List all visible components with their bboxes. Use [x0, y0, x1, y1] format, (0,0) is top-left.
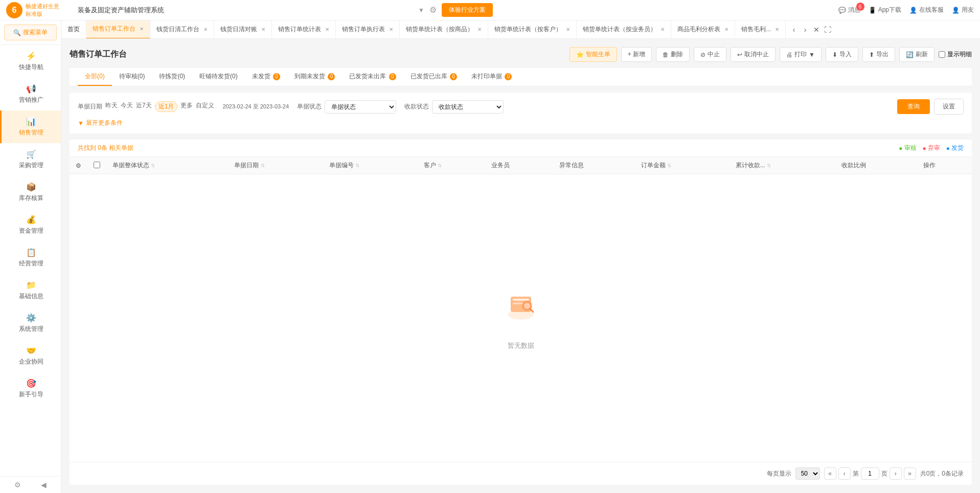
sub-tab-shop-pending[interactable]: 旺铺待发货(0) [192, 68, 245, 86]
tab-close-all-btn[interactable]: ✕ [811, 25, 822, 35]
batch-ship-btn[interactable]: ● 发货 [946, 144, 964, 152]
tab-close-cash-daily[interactable]: ✕ [203, 27, 208, 32]
tab-sales-exec[interactable]: 销售订单执行表 ✕ [336, 20, 400, 39]
page-first-btn[interactable]: « [824, 467, 836, 480]
date-more[interactable]: 更多 [180, 101, 193, 112]
set-btn[interactable]: 设置 [934, 99, 964, 115]
tab-close-sales-stats[interactable]: ✕ [325, 27, 329, 32]
sidebar-item-management[interactable]: 📋 经营管理 [0, 241, 61, 274]
tab-sales-stats[interactable]: 销售订单统计表 ✕ [272, 20, 336, 39]
search-menu-btn[interactable]: 🔍 搜索菜单 [4, 25, 57, 40]
sidebar-item-guide[interactable]: 🎯 新手引导 [0, 372, 61, 405]
sidebar-item-system[interactable]: ⚙️ 系统管理 [0, 307, 61, 340]
settings-icon[interactable]: ⚙ [429, 5, 437, 15]
sidebar-item-enterprise[interactable]: 🤝 企业协同 [0, 340, 61, 372]
sort-number-icon[interactable]: ⇅ [355, 163, 359, 168]
sidebar-item-purchase[interactable]: 🛒 采购管理 [0, 143, 61, 176]
th-customer: 客户 ⇅ [418, 157, 485, 174]
tab-close-sales-gross[interactable]: ✕ [775, 27, 779, 32]
per-page-select[interactable]: 50 [795, 467, 820, 480]
refresh-btn[interactable]: 🔄 刷新 [899, 47, 935, 62]
th-settings[interactable]: ⚙ [70, 157, 87, 174]
tab-close-sales-order[interactable]: ✕ [140, 26, 144, 32]
date-today[interactable]: 今天 [121, 101, 133, 112]
dropdown-icon[interactable]: ▼ [418, 7, 424, 14]
show-detail-label[interactable]: 显示明细 [939, 50, 972, 59]
sort-customer-icon[interactable]: ⇅ [438, 163, 442, 168]
stop-icon: ⊘ [700, 51, 705, 58]
tab-gross-profit[interactable]: 商品毛利分析表 ✕ [671, 20, 735, 39]
th-checkbox[interactable] [87, 157, 106, 174]
smart-create-btn[interactable]: ⭐ 智能生单 [569, 47, 617, 62]
tab-sales-staff[interactable]: 销货单统计表（按业务员） ✕ [577, 20, 671, 39]
tab-close-sales-staff[interactable]: ✕ [660, 27, 665, 32]
sub-tab-pending-pick[interactable]: 待拣货(0) [152, 68, 192, 86]
expand-conditions-btn[interactable]: ▼ 展开更多条件 [78, 119, 964, 127]
status-select[interactable]: 单据状态 [325, 100, 396, 114]
show-detail-checkbox[interactable] [939, 51, 945, 58]
date-7days[interactable]: 近7天 [136, 101, 152, 112]
page-number-input[interactable] [861, 467, 879, 480]
sidebar-item-inventory[interactable]: 📦 库存核算 [0, 176, 61, 209]
tab-close-sales-customer[interactable]: ✕ [566, 27, 570, 32]
batch-audit-btn[interactable]: ● 审核 [899, 144, 916, 152]
payment-select[interactable]: 收款状态 [432, 100, 504, 114]
sub-tab-unshipped[interactable]: 未发货 0 [245, 68, 287, 86]
tab-cash-daily[interactable]: 钱货日清工作台 ✕ [150, 20, 214, 39]
sidebar-collapse-btn[interactable]: ◀ [41, 481, 47, 489]
tab-cash-reconcile[interactable]: 钱货日清对账 ✕ [214, 20, 272, 39]
date-custom[interactable]: 自定义 [196, 101, 214, 112]
sub-tab-unprinted[interactable]: 未打印单据 0 [464, 68, 519, 86]
sort-date-icon[interactable]: ⇅ [261, 163, 265, 168]
tab-sales-gross[interactable]: 销售毛利... ✕ [735, 20, 786, 39]
tab-sales-goods[interactable]: 销货单统计表（按商品） ✕ [400, 20, 488, 39]
sub-tab-pending-review[interactable]: 待审核(0) [112, 68, 152, 86]
date-yesterday[interactable]: 昨天 [105, 101, 118, 112]
tab-prev-btn[interactable]: ‹ [789, 25, 799, 35]
tab-sales-customer[interactable]: 销货单统计表（按客户） ✕ [488, 20, 577, 39]
query-btn[interactable]: 查询 [897, 99, 930, 114]
sidebar-item-sales[interactable]: 📊 销售管理 [0, 110, 61, 143]
sidebar-item-finance[interactable]: 💰 资金管理 [0, 209, 61, 241]
sidebar-item-quick-nav[interactable]: ⚡ 快捷导航 [0, 45, 61, 78]
print-btn[interactable]: 🖨 打印 ▼ [780, 47, 822, 62]
date-range-display: 2023-02-24 至 2023-03-24 [222, 103, 289, 110]
batch-reverse-btn[interactable]: ● 弃审 [923, 144, 940, 152]
sort-amount-icon[interactable]: ⇅ [667, 163, 671, 168]
select-all-checkbox[interactable] [94, 162, 100, 168]
sidebar-settings-btn[interactable]: ⚙ [14, 481, 21, 489]
page-last-btn[interactable]: » [904, 467, 916, 480]
message-btn[interactable]: 💬 消息 6 [838, 6, 860, 14]
sidebar-item-marketing[interactable]: 📢 营销推广 [0, 78, 61, 110]
stop-btn[interactable]: ⊘ 中止 [694, 47, 726, 62]
sort-status-icon[interactable]: ⇅ [151, 163, 155, 168]
tab-close-gross-profit[interactable]: ✕ [724, 27, 728, 32]
user-btn[interactable]: 👤 用友 [952, 6, 974, 14]
page-prev-btn[interactable]: ‹ [838, 467, 851, 480]
trial-btn[interactable]: 体验行业方案 [442, 3, 493, 17]
sub-tab-shipped-not-out[interactable]: 已发货未出库 0 [342, 68, 403, 86]
date-1month[interactable]: 近1月 [155, 101, 178, 112]
sidebar-item-basic-info[interactable]: 📁 基础信息 [0, 274, 61, 307]
sub-tab-shipped-out[interactable]: 已发货已出库 0 [403, 68, 464, 86]
export-btn[interactable]: ⬆ 导出 [862, 47, 895, 62]
tab-close-cash-reconcile[interactable]: ✕ [261, 27, 265, 32]
tab-next-btn[interactable]: › [800, 25, 810, 35]
tab-expand-btn[interactable]: ⛶ [823, 25, 833, 35]
sub-tab-overdue[interactable]: 到期未发货 0 [287, 68, 342, 86]
tab-close-sales-exec[interactable]: ✕ [389, 27, 393, 32]
sort-cumulative-icon[interactable]: ⇅ [767, 163, 771, 168]
app-download-btn[interactable]: 📱 App下载 [869, 6, 901, 14]
table-meta: 共找到 0条 相关单据 ● 审核 ● 弃审 [70, 140, 972, 157]
sub-tab-all[interactable]: 全部(0) [78, 68, 112, 86]
delete-btn[interactable]: 🗑 删除 [656, 47, 690, 62]
tab-sales-order[interactable]: 销售订单工作台 ✕ [86, 20, 150, 39]
import-btn[interactable]: ⬇ 导入 [826, 47, 858, 62]
tab-close-sales-goods[interactable]: ✕ [477, 27, 482, 32]
page-next-btn[interactable]: › [890, 467, 902, 480]
add-btn[interactable]: + 新增 [621, 47, 652, 62]
online-service-btn[interactable]: 👤 在线客服 [909, 6, 944, 14]
cancel-stop-btn[interactable]: ↩ 取消中止 [731, 47, 776, 62]
tab-home[interactable]: 首页 [61, 20, 86, 39]
system-icon: ⚙️ [26, 313, 36, 323]
